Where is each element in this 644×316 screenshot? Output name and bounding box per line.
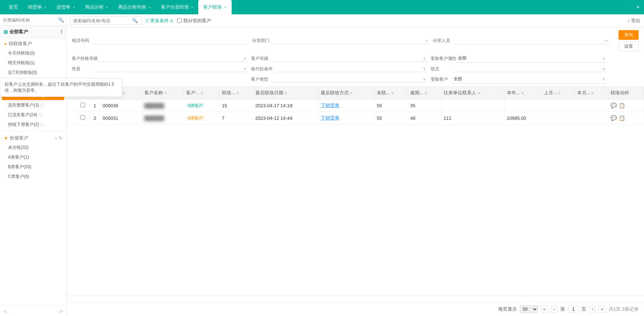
sort-code-icon: ⇅ [122,91,125,95]
nav-item-product-analysis[interactable]: 商品分析 × [80,0,113,14]
sidebar-item-ungrouped[interactable]: 未分组(32) [0,143,66,152]
sidebar-item-7days[interactable]: 近7天待联络(0) [0,68,66,77]
sidebar-item-today[interactable]: 今天待联络(0) [0,48,66,58]
gender-select[interactable]: ∨ [93,66,247,72]
horizontal-scrollbar[interactable] [66,296,644,302]
zero-attr-field: 零散客户属性 全部 ∨ [431,54,606,63]
main-search-icon[interactable]: 🔍 [132,18,138,23]
dept-select[interactable]: ∨ [274,38,429,44]
row2-contact-person: 111 [441,112,504,124]
th-last-month[interactable]: 上月...⇅ [541,87,575,99]
sidebar-item-class-b[interactable]: B类客户(33) [0,162,66,172]
sidebar-search-area: 🔍 [0,14,66,26]
sidebar-scroll-right[interactable]: ▷ [60,308,63,313]
phone-input[interactable] [93,37,249,44]
page-number-input[interactable] [568,306,579,313]
my-customer-checkbox[interactable] [177,18,182,23]
th-contacts-person[interactable]: 往来单位联系人⇅ [441,87,504,99]
sidebar-search-input[interactable] [3,18,57,23]
close-purchase-icon[interactable]: × [73,5,75,9]
row1-checkbox [78,99,89,112]
nav-item-sales[interactable]: 销货单 × [23,0,51,14]
person-dots[interactable]: ··· [604,38,608,43]
close-sales-icon[interactable]: × [44,5,46,9]
settings-small-icon[interactable]: ✎ [59,136,62,141]
sort-tmonth-icon: ⇅ [591,91,594,95]
sidebar-item-class-a[interactable]: A类客户(1) [0,152,66,162]
table-area: ⚙ # 客户编码⇅ 客户名称⇅ 客户...⇅ 联络...⇅ 最后联络日期⇅ 最后… [66,87,644,296]
row2-phone-icon[interactable]: 📋 [619,115,625,121]
edit-icon[interactable]: ○ [55,136,57,141]
person-select[interactable]: ··· [454,37,610,44]
customer-level-field: 客户等级 ∨ [251,55,427,62]
th-category[interactable]: 客户...⇅ [184,87,219,99]
zero-customer-select[interactable]: 全部 ∨ [452,75,606,84]
zero-customer-chevron-icon: ∨ [602,77,605,81]
gender-field: 性质 ∨ [72,66,247,72]
price-level-label: 客户价格等级 [72,56,98,62]
more-filter-button[interactable]: ▽ 更多条件 ∧ [145,18,173,24]
last-page-button[interactable]: » [598,306,606,313]
sort-lmonth-icon: ⇅ [558,91,561,95]
close-segment-icon[interactable]: × [191,5,193,9]
th-name[interactable]: 客户名称⇅ [142,87,184,99]
th-action: 联络动作 [608,87,644,99]
sidebar-item-declining[interactable]: 持续下滑客户(2) ⓘ [0,120,66,129]
content-area: 🔍 ▽ 更多条件 ∧ 我分管的客户 ↑ 导出 电话号码 [66,14,644,316]
sort-not-contact-icon: ⇅ [391,91,394,95]
zero-attr-label: 零散客户属性 [431,56,457,62]
payment-chevron-icon: ∨ [423,67,426,71]
settings-button[interactable]: 设置 [618,42,639,51]
export-button[interactable]: ↑ 导出 [628,18,641,24]
dept-chevron-icon: ∨ [425,39,428,43]
close-contact-icon[interactable]: × [224,5,226,9]
row2-select-checkbox[interactable] [80,115,85,120]
th-overdue[interactable]: 逾期...⇅ [408,87,441,99]
window-close-button[interactable]: × [636,4,640,10]
next-page-button[interactable]: › [589,306,596,313]
sidebar-item-churned[interactable]: 已流失客户(24) ⓘ [0,110,66,120]
row1-this-year [504,99,541,112]
zero-attr-select[interactable]: 全部 ∨ [457,54,606,63]
nav-item-purchase[interactable]: 进货单 × [51,0,80,14]
nav-item-customer-segment[interactable]: 客户分层经营 × [156,0,198,14]
sidebar-item-class-c[interactable]: C类客户(6) [0,172,66,181]
row1-phone-icon[interactable]: 📋 [619,103,625,108]
status-select[interactable]: ∨ [452,66,606,72]
th-not-contact[interactable]: 未联...⇅ [374,87,408,99]
query-button[interactable]: 查询 [618,30,639,40]
prev-page-button[interactable]: ‹ [551,306,557,313]
th-contact[interactable]: 联络...⇅ [219,87,253,99]
main-search-input[interactable] [73,18,131,23]
customer-type-select[interactable]: ∨ [273,76,427,82]
first-page-button[interactable]: « [541,306,548,313]
my-customer-checkbox-area: 我分管的客户 [177,18,211,24]
close-product-icon[interactable]: × [106,5,108,9]
row1-name: ██████ [142,99,184,112]
row2-chat-icon[interactable]: 💬 [611,115,617,121]
sidebar-scroll-left[interactable]: ◁ [3,308,6,313]
sidebar-collapse-button[interactable]: 《 [58,29,62,35]
customer-level-select[interactable]: ∨ [273,55,427,62]
th-last-method[interactable]: 最后联络方式⇅ [319,87,375,99]
value-arrow-icon: ▼ [4,136,8,141]
nav-item-product-list[interactable]: 商品分析列表 × [113,0,156,14]
th-this-year[interactable]: 本年...⇅ [504,87,541,99]
close-list-icon[interactable]: × [148,5,150,9]
sidebar-item-tomorrow[interactable]: 明天待联络(1) [0,58,66,68]
per-page-select[interactable]: 50 100 200 [520,305,538,313]
sidebar-item-churn-warning[interactable]: 流失预警客户(3) ⓘ [0,100,66,110]
row2-checkbox [78,112,89,124]
row1-chat-icon[interactable]: 💬 [611,103,617,108]
nav-item-home[interactable]: 首页 [4,0,23,14]
th-last-date[interactable]: 最后联络日期⇅ [253,87,318,99]
sidebar-search-icon[interactable]: 🔍 [58,17,64,23]
nav-item-customer-contact[interactable]: 客户联络 × [198,0,231,14]
zero-attr-chevron-icon: ∨ [602,56,605,60]
row1-select-checkbox[interactable] [80,103,85,107]
filter-actions: 查询 设置 [618,30,639,51]
payment-select[interactable]: ∨ [273,66,427,72]
th-this-month[interactable]: 本月...⇅ [575,87,608,99]
row2-this-year: 10995.00 [504,112,541,124]
price-level-select[interactable]: ∨ [98,55,247,62]
